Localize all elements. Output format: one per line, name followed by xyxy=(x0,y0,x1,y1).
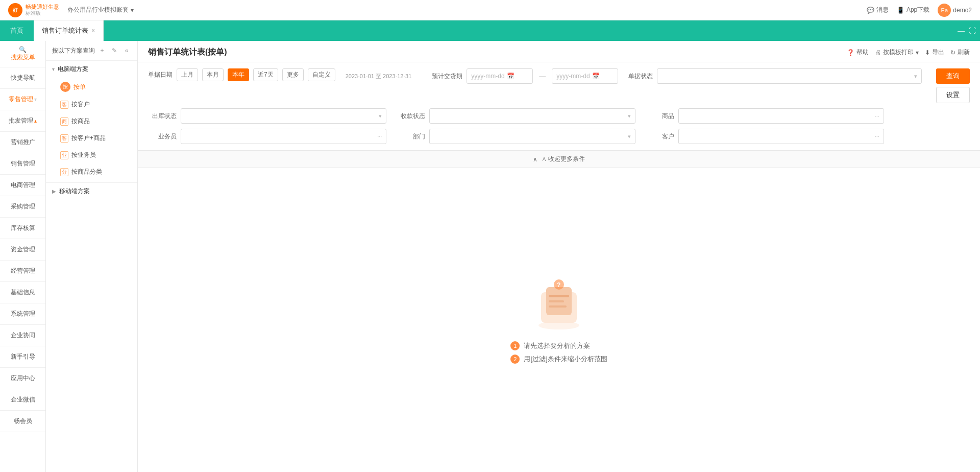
sidebar-item-purchase[interactable]: 采购管理 xyxy=(0,196,45,218)
help-icon: ❓ xyxy=(847,49,854,56)
sidebar-item-inventory[interactable]: 库存核算 xyxy=(0,218,45,239)
customer-group: 客户 ··· xyxy=(646,129,884,144)
query-button[interactable]: 查询 xyxy=(936,68,970,84)
scheme-by-customer[interactable]: 客 按客户 xyxy=(46,96,137,113)
empty-tip-2: 2 用[过滤]条件来缩小分析范围 xyxy=(510,355,607,364)
top-bar-left: 好 畅捷通好生意 标准版 办公用品行业模拟账套 ▾ xyxy=(8,3,138,17)
department-select[interactable]: ▾ xyxy=(429,129,635,144)
date-btn-custom[interactable]: 自定义 xyxy=(308,68,335,81)
scheme-by-salesman[interactable]: 业 按业务员 xyxy=(46,147,137,163)
export-btn[interactable]: ⬇ 导出 xyxy=(925,48,944,57)
customer-select[interactable]: ··· xyxy=(678,129,884,144)
date-btn-last-month[interactable]: 上月 xyxy=(177,68,198,81)
date-filter-group: 单据日期 上月 本月 本年 近7天 更多 自定义 xyxy=(148,68,335,81)
print-btn[interactable]: 🖨 按模板打印 ▾ xyxy=(875,48,919,57)
scheme-icon-by-customer: 客 xyxy=(60,101,68,109)
sidebar-item-appstore[interactable]: 应用中心 xyxy=(0,368,45,389)
sidebar-shortcuts[interactable]: 快捷导航 xyxy=(0,67,45,89)
sidebar-item-finance[interactable]: 资金管理 xyxy=(0,239,45,261)
pc-group-header[interactable]: ▾ 电脑端方案 xyxy=(46,61,137,78)
page-actions: ❓ 帮助 🖨 按模板打印 ▾ ⬇ 导出 ↻ 刷新 xyxy=(847,48,970,57)
sidebar-item-newbie[interactable]: 新手引导 xyxy=(0,346,45,368)
date-buttons: 上月 本月 本年 近7天 更多 自定义 xyxy=(177,68,335,81)
collapse-bar[interactable]: ∧ ∧ 收起更多条件 xyxy=(138,151,980,168)
page-title: 销售订单统计表(按单) xyxy=(148,47,227,58)
expected-date-group: 预计交货期 yyyy-mm-dd 📅 — yyyy-mm-dd 📅 xyxy=(432,68,618,84)
svg-rect-4 xyxy=(549,300,564,302)
empty-state: ? 1 请先选择要分析的方案 2 用[过滤]条件来缩小分析范围 xyxy=(138,168,980,472)
sidebar-item-marketing[interactable]: 营销推广 xyxy=(0,132,45,153)
payment-status-group: 收款状态 ▾ xyxy=(397,108,635,124)
tab-controls: — ⛶ xyxy=(953,20,980,41)
empty-illustration: ? xyxy=(528,277,590,333)
sidebar-item-sales[interactable]: 销售管理 xyxy=(0,153,45,175)
salesman-group: 业务员 ··· xyxy=(148,129,386,144)
date-btn-last7[interactable]: 近7天 xyxy=(253,68,278,81)
out-status-select[interactable]: ▾ xyxy=(181,108,386,124)
scheme-by-order[interactable]: 按 按单 xyxy=(46,78,137,96)
filter-section: 单据日期 上月 本月 本年 近7天 更多 自定义 2023-01-01 至 20… xyxy=(138,62,980,151)
sidebar-item-enterprise[interactable]: 企业协同 xyxy=(0,325,45,346)
filter-row-2: 出库状态 ▾ 收款状态 ▾ 商品 ··· xyxy=(148,108,970,124)
tab-maximize-icon[interactable]: ⛶ xyxy=(969,27,976,35)
app-selector[interactable]: 办公用品行业模拟账套 ▾ xyxy=(63,6,138,14)
refresh-btn[interactable]: ↻ 刷新 xyxy=(950,48,970,57)
payment-status-arrow: ▾ xyxy=(628,113,631,120)
edit-scheme-icon[interactable]: ✎ xyxy=(110,46,119,55)
tab-active[interactable]: 销售订单统计表 × xyxy=(34,20,104,41)
filter-row-1: 单据日期 上月 本月 本年 近7天 更多 自定义 2023-01-01 至 20… xyxy=(148,68,970,103)
print-icon: 🖨 xyxy=(875,49,881,56)
date-range-text: 2023-01-01 至 2023-12-31 xyxy=(346,68,412,84)
tab-close-icon[interactable]: × xyxy=(91,27,95,34)
date-btn-more[interactable]: 更多 xyxy=(282,68,304,81)
sidebar-item-ecommerce[interactable]: 电商管理 xyxy=(0,175,45,196)
left-panel: 按以下方案查询 + ✎ « ▾ 电脑端方案 按 按单 xyxy=(46,41,138,472)
tip-num-1: 1 xyxy=(510,341,520,350)
setting-button[interactable]: 设置 xyxy=(936,87,970,103)
sidebar-item-basic[interactable]: 基础信息 xyxy=(0,282,45,303)
date-label: 单据日期 xyxy=(148,70,173,79)
goods-select[interactable]: ··· xyxy=(678,108,884,124)
sidebar-item-system[interactable]: 系统管理 xyxy=(0,303,45,325)
message-btn[interactable]: 💬 消息 xyxy=(867,6,889,14)
scheme-icon-by-salesman: 业 xyxy=(60,151,68,159)
expected-date-start[interactable]: yyyy-mm-dd 📅 xyxy=(467,68,533,84)
sidebar-item-member[interactable]: 畅会员 xyxy=(0,411,45,432)
mobile-group-header[interactable]: ▶ 移动端方案 xyxy=(46,182,137,200)
add-scheme-icon[interactable]: + xyxy=(97,46,107,55)
date-btn-this-month[interactable]: 本月 xyxy=(202,68,224,81)
tab-home[interactable]: 首页 xyxy=(0,20,34,41)
salesman-label: 业务员 xyxy=(148,132,177,141)
expected-date-label: 预计交货期 xyxy=(432,72,462,81)
scheme-by-category[interactable]: 分 按商品分类 xyxy=(46,163,137,180)
query-actions: 查询 设置 xyxy=(936,68,970,103)
tab-minimize-icon[interactable]: — xyxy=(958,27,965,35)
app-download-btn[interactable]: 📱 App下载 xyxy=(897,6,929,14)
sidebar-item-operations[interactable]: 经营管理 xyxy=(0,261,45,282)
top-bar-right: 💬 消息 📱 App下载 Ea demo2 xyxy=(867,4,972,17)
date-btn-this-year[interactable]: 本年 xyxy=(228,68,249,81)
export-icon: ⬇ xyxy=(925,49,930,56)
sidebar-item-wholesale[interactable]: 批发管理 ▴ xyxy=(0,110,45,132)
status-select[interactable]: ▾ xyxy=(657,68,922,84)
customer-ellipsis: ··· xyxy=(875,133,879,139)
sidebar-search[interactable]: 🔍 搜索菜单 xyxy=(0,41,45,67)
expected-date-end[interactable]: yyyy-mm-dd 📅 xyxy=(552,68,618,84)
scheme-by-customer-goods[interactable]: 客 按客户+商品 xyxy=(46,130,137,147)
print-dropdown-icon[interactable]: ▾ xyxy=(916,49,919,56)
sidebar-item-wechat[interactable]: 企业微信 xyxy=(0,389,45,411)
calendar-icon-start: 📅 xyxy=(507,73,514,80)
tip-num-2: 2 xyxy=(510,355,520,364)
help-btn[interactable]: ❓ 帮助 xyxy=(847,48,869,57)
payment-status-select[interactable]: ▾ xyxy=(429,108,635,124)
collapse-panel-icon[interactable]: « xyxy=(122,46,131,55)
user-menu[interactable]: Ea demo2 xyxy=(938,4,972,17)
status-label: 单据状态 xyxy=(628,72,653,81)
goods-ellipsis: ··· xyxy=(875,113,879,119)
sidebar-item-retail[interactable]: 零售管理 ▾ xyxy=(0,89,45,110)
collapse-text: ∧ ∧ 收起更多条件 xyxy=(533,155,585,163)
salesman-select[interactable]: ··· xyxy=(181,129,386,144)
top-bar: 好 畅捷通好生意 标准版 办公用品行业模拟账套 ▾ 💬 消息 📱 App下载 E… xyxy=(0,0,980,20)
scheme-by-goods[interactable]: 商 按商品 xyxy=(46,113,137,130)
scheme-icon-by-goods: 商 xyxy=(60,117,68,126)
